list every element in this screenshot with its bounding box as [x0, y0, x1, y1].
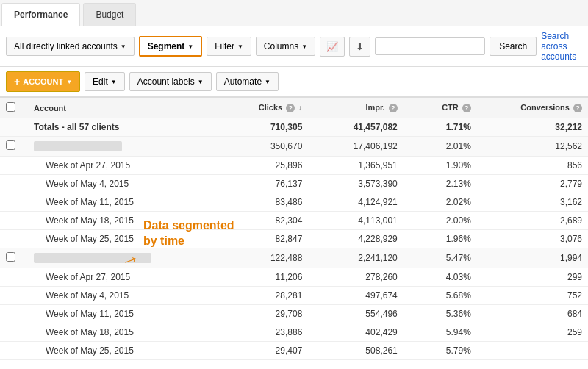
account-btn[interactable]: + ACCOUNT ▼ — [6, 71, 80, 92]
clicks-header[interactable]: Clicks ? ↓ — [224, 98, 309, 118]
caret-icon: ▼ — [187, 43, 193, 50]
search-btn[interactable]: Search — [490, 37, 537, 56]
caret-icon: ▼ — [121, 43, 126, 50]
toolbar-row1: All directly linked accounts ▼ Segment ▼… — [0, 26, 588, 67]
totals-impr: 41,457,082 — [308, 118, 403, 137]
list-item: Week of May 18, 2015 23,886 402,429 5.94… — [0, 323, 588, 342]
caret-icon: ▼ — [111, 79, 117, 85]
account1-checkbox[interactable] — [6, 140, 15, 150]
caret-icon: ▼ — [265, 79, 270, 85]
impr-header: Impr. ? — [308, 98, 403, 118]
caret-icon: ▼ — [66, 79, 72, 85]
totals-ctr: 1.71% — [404, 118, 477, 137]
account1-ctr: 2.01% — [404, 137, 477, 157]
tab-performance[interactable]: Performance — [1, 3, 80, 26]
impr-info-icon[interactable]: ? — [389, 104, 398, 112]
list-item: Week of Apr 27, 2015 25,896 1,365,951 1.… — [0, 157, 588, 175]
account1-checkbox-cell — [0, 137, 28, 157]
download-icon-btn[interactable]: ⬇ — [349, 37, 370, 57]
totals-checkbox-cell — [0, 118, 28, 137]
totals-conversions: 32,212 — [477, 118, 588, 137]
search-input[interactable] — [375, 37, 485, 55]
list-item: Week of May 4, 2015 76,137 3,573,390 2.1… — [0, 175, 588, 193]
totals-row: Totals - all 57 clients 710,305 41,457,0… — [0, 118, 588, 137]
week-checkbox-cell — [0, 157, 28, 175]
totals-clicks: 710,305 — [224, 118, 309, 137]
list-item: Week of May 18, 2015 82,304 4,113,001 2.… — [0, 212, 588, 230]
account1-impr: 17,406,192 — [308, 137, 403, 157]
caret-icon: ▼ — [237, 43, 243, 50]
clicks-info-icon[interactable]: ? — [286, 104, 295, 112]
conversions-header: Conversions ? — [477, 98, 588, 118]
ctr-info-icon[interactable]: ? — [462, 104, 471, 112]
totals-label: Totals - all 57 clients — [28, 118, 224, 137]
tab-budget[interactable]: Budget — [83, 3, 136, 26]
account-header: Account — [28, 98, 224, 118]
sort-arrow-icon: ↓ — [298, 104, 302, 112]
account1-clicks: 350,670 — [224, 137, 309, 157]
data-table: Account Clicks ? ↓ Impr. ? CTR ? Convers… — [0, 97, 588, 360]
list-item: Week of May 11, 2015 29,708 554,496 5.36… — [0, 305, 588, 323]
top-tabs: Performance Budget — [0, 0, 588, 26]
table-row: 122,488 2,241,120 5.47% 1,994 — [0, 248, 588, 268]
account1-blurred-name — [34, 141, 122, 151]
table-header-row: Account Clicks ? ↓ Impr. ? CTR ? Convers… — [0, 98, 588, 118]
table-row: 350,670 17,406,192 2.01% 12,562 — [0, 137, 588, 157]
automate-btn[interactable]: Automate ▼ — [216, 72, 279, 91]
list-item: Week of May 25, 2015 29,407 508,261 5.79… — [0, 342, 588, 360]
week-label: Week of Apr 27, 2015 — [28, 157, 224, 175]
account1-conversions: 12,562 — [477, 137, 588, 157]
select-all-checkbox[interactable] — [6, 102, 15, 112]
toolbar-row2: + ACCOUNT ▼ Edit ▼ Account labels ▼ Auto… — [0, 67, 588, 97]
conversions-info-icon[interactable]: ? — [573, 104, 582, 112]
caret-icon: ▼ — [301, 43, 307, 50]
columns-btn[interactable]: Columns ▼ — [256, 37, 315, 56]
edit-btn[interactable]: Edit ▼ — [85, 72, 125, 91]
filter-btn[interactable]: Filter ▼ — [207, 37, 251, 56]
table-wrapper: Account Clicks ? ↓ Impr. ? CTR ? Convers… — [0, 97, 588, 360]
chart-icon-btn[interactable]: 📈 — [320, 37, 345, 57]
caret-icon: ▼ — [198, 79, 204, 85]
plus-icon: + — [14, 76, 20, 87]
list-item: Week of May 11, 2015 83,486 4,124,921 2.… — [0, 193, 588, 212]
account-labels-btn[interactable]: Account labels ▼ — [129, 72, 212, 91]
search-across-link[interactable]: Search across accounts — [541, 31, 582, 62]
account1-name — [28, 137, 224, 157]
checkbox-header — [0, 98, 28, 118]
segment-btn[interactable]: Segment ▼ — [139, 36, 203, 57]
list-item: Week of May 25, 2015 82,847 4,228,929 1.… — [0, 230, 588, 248]
list-item: Week of May 4, 2015 28,281 497,674 5.68%… — [0, 287, 588, 305]
accounts-dropdown-btn[interactable]: All directly linked accounts ▼ — [6, 37, 135, 56]
account2-checkbox[interactable] — [6, 252, 15, 262]
ctr-header: CTR ? — [404, 98, 477, 118]
list-item: Week of Apr 27, 2015 11,206 278,260 4.03… — [0, 268, 588, 287]
